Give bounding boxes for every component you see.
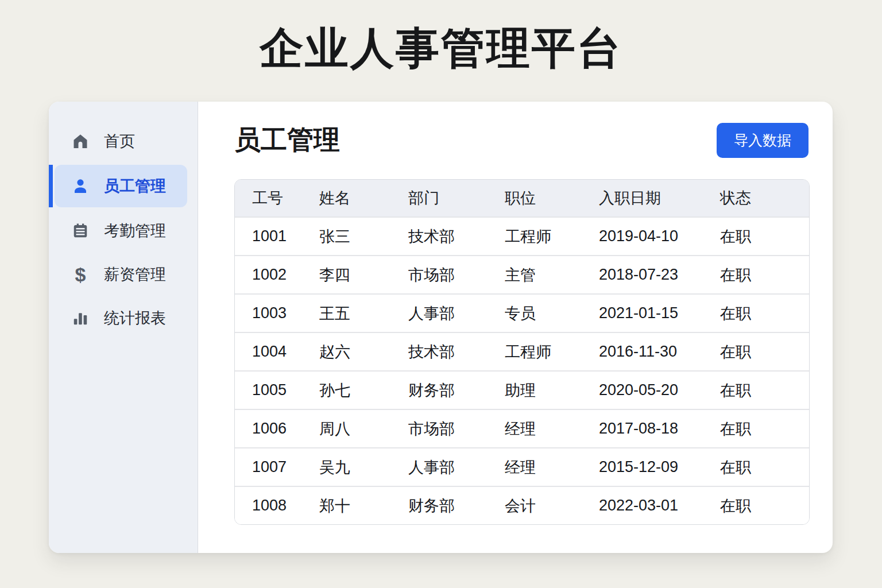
home-icon [71, 133, 90, 150]
cell-name: 吴九 [319, 447, 408, 486]
table-row: 1004 赵六 技术部 工程师 2016-11-30 在职 [235, 332, 809, 370]
table-header-row: 工号 姓名 部门 职位 入职日期 状态 [235, 180, 809, 216]
sidebar-item-home[interactable]: 首页 [49, 121, 198, 161]
cell-name: 王五 [319, 293, 408, 332]
col-header-department: 部门 [408, 180, 505, 216]
employee-table: 工号 姓名 部门 职位 入职日期 状态 1001 张三 技术部 工程师 2019… [234, 179, 810, 525]
cell-position: 主管 [505, 255, 599, 293]
cell-status: 在职 [720, 293, 809, 332]
cell-hire-date: 2022-03-01 [599, 486, 720, 524]
app-card: 首页 员工管理 考勤管理 [49, 102, 833, 553]
sidebar-item-label: 统计报表 [104, 308, 166, 328]
cell-position: 会计 [505, 486, 599, 524]
cell-position: 工程师 [505, 216, 599, 255]
calendar-icon [71, 222, 90, 239]
cell-department: 财务部 [408, 486, 505, 524]
table-row: 1005 孙七 财务部 助理 2020-05-20 在职 [235, 370, 809, 409]
table-row: 1008 郑十 财务部 会计 2022-03-01 在职 [235, 486, 809, 524]
cell-hire-date: 2021-01-15 [599, 293, 720, 332]
cell-department: 技术部 [408, 332, 505, 370]
cell-status: 在职 [720, 216, 809, 255]
cell-name: 赵六 [319, 332, 408, 370]
table-row: 1002 李四 市场部 主管 2018-07-23 在职 [235, 255, 809, 293]
sidebar-item-label: 薪资管理 [104, 264, 166, 285]
cell-name: 孙七 [319, 370, 408, 409]
table-row: 1003 王五 人事部 专员 2021-01-15 在职 [235, 293, 809, 332]
sidebar-item-label: 首页 [104, 131, 135, 152]
table-row: 1006 周八 市场部 经理 2017-08-18 在职 [235, 409, 809, 447]
cell-employee-id: 1007 [235, 447, 319, 486]
cell-position: 工程师 [505, 332, 599, 370]
main-header: 员工管理 导入数据 [234, 122, 808, 158]
cell-hire-date: 2017-08-18 [599, 409, 720, 447]
dollar-icon: $ [71, 264, 90, 286]
table-row: 1001 张三 技术部 工程师 2019-04-10 在职 [235, 216, 809, 255]
cell-position: 经理 [505, 447, 599, 486]
cell-status: 在职 [720, 447, 809, 486]
cell-department: 人事部 [408, 447, 505, 486]
cell-employee-id: 1006 [235, 409, 319, 447]
sidebar-item-employees[interactable]: 员工管理 [55, 165, 187, 207]
sidebar-item-attendance[interactable]: 考勤管理 [49, 211, 198, 251]
cell-hire-date: 2016-11-30 [599, 332, 720, 370]
sidebar-item-payroll[interactable]: $ 薪资管理 [49, 254, 198, 295]
cell-name: 李四 [319, 255, 408, 293]
col-header-hire-date: 入职日期 [599, 180, 720, 216]
cell-status: 在职 [720, 409, 809, 447]
col-header-name: 姓名 [319, 180, 408, 216]
table-body: 1001 张三 技术部 工程师 2019-04-10 在职 1002 李四 市场… [235, 216, 809, 524]
sidebar-item-reports[interactable]: 统计报表 [49, 298, 198, 338]
cell-status: 在职 [720, 486, 809, 524]
cell-employee-id: 1004 [235, 332, 319, 370]
cell-name: 张三 [319, 216, 408, 255]
cell-status: 在职 [720, 255, 809, 293]
cell-position: 专员 [505, 293, 599, 332]
cell-department: 市场部 [408, 255, 505, 293]
cell-hire-date: 2020-05-20 [599, 370, 720, 409]
cell-hire-date: 2018-07-23 [599, 255, 720, 293]
cell-position: 经理 [505, 409, 599, 447]
cell-hire-date: 2015-12-09 [599, 447, 720, 486]
col-header-employee-id: 工号 [235, 180, 319, 216]
sidebar: 首页 员工管理 考勤管理 [49, 102, 198, 553]
main-content: 员工管理 导入数据 工号 姓名 部门 职位 入职日期 状态 1001 张 [198, 102, 833, 553]
cell-employee-id: 1003 [235, 293, 319, 332]
cell-name: 郑十 [319, 486, 408, 524]
cell-name: 周八 [319, 409, 408, 447]
col-header-status: 状态 [720, 180, 809, 216]
cell-department: 市场部 [408, 409, 505, 447]
user-icon [71, 177, 90, 195]
sidebar-item-label: 员工管理 [104, 176, 166, 196]
table-row: 1007 吴九 人事部 经理 2015-12-09 在职 [235, 447, 809, 486]
bar-chart-icon [71, 310, 90, 327]
col-header-position: 职位 [505, 180, 599, 216]
cell-status: 在职 [720, 370, 809, 409]
cell-hire-date: 2019-04-10 [599, 216, 720, 255]
cell-department: 人事部 [408, 293, 505, 332]
cell-department: 财务部 [408, 370, 505, 409]
cell-employee-id: 1008 [235, 486, 319, 524]
cell-employee-id: 1002 [235, 255, 319, 293]
cell-employee-id: 1001 [235, 216, 319, 255]
cell-employee-id: 1005 [235, 370, 319, 409]
page-title: 企业人事管理平台 [0, 0, 882, 79]
cell-status: 在职 [720, 332, 809, 370]
sidebar-item-label: 考勤管理 [104, 220, 166, 241]
cell-department: 技术部 [408, 216, 505, 255]
import-data-button[interactable]: 导入数据 [717, 123, 808, 158]
page-heading: 员工管理 [234, 122, 340, 158]
cell-position: 助理 [505, 370, 599, 409]
